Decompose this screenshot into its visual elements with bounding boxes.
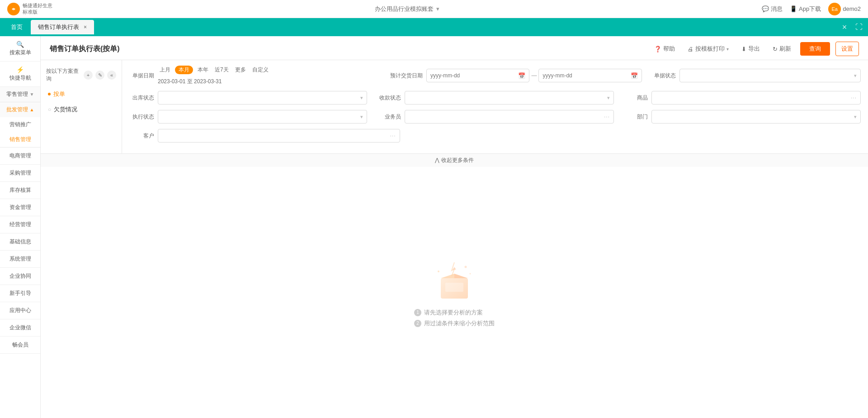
message-icon: 💬 (762, 5, 769, 12)
marketing-label: 营销推广 (9, 121, 31, 128)
tab-home[interactable]: 首页 (4, 20, 30, 34)
user-area[interactable]: Ea demo2 (828, 3, 861, 15)
help-button[interactable]: ❓ 帮助 (651, 43, 679, 55)
date-range-display: 2023-03-01 至 2023-03-31 (158, 78, 222, 86)
header-left: 畅捷通好生意 标准版 (7, 3, 52, 15)
refresh-button[interactable]: ↻ 刷新 (769, 43, 795, 55)
calendar-start-icon[interactable]: 📅 (518, 72, 525, 79)
collect-status-select[interactable]: ▾ (405, 91, 614, 104)
sidebar-subitem-sales[interactable]: 销售管理 (0, 132, 40, 147)
goods-input[interactable] (652, 91, 847, 104)
dqo-custom[interactable]: 自定义 (250, 66, 270, 74)
search-label: 搜索菜单 (9, 49, 31, 57)
sidebar-item-wholesale[interactable]: 批发管理 ▲ (0, 102, 40, 117)
exec-status-select[interactable]: ▾ (158, 110, 367, 124)
scheme-icon: ○ (48, 106, 51, 113)
customer-input-wrap[interactable]: ··· (158, 129, 400, 142)
filter-field-customer: 客户 ··· (129, 129, 400, 142)
dqo-this-year[interactable]: 本年 (196, 66, 210, 74)
filter-field-salesman: 业务员 ··· (376, 110, 614, 124)
sidebar-item-retail[interactable]: 零售管理 ▼ (0, 87, 40, 102)
expected-date-end-input[interactable] (542, 72, 628, 79)
print-button[interactable]: 🖨 按模板打印 ▾ (684, 43, 732, 55)
sidebar-item-guide[interactable]: 新手引导 (0, 285, 40, 302)
tab-close-icon[interactable]: × (84, 24, 87, 30)
add-scheme-icon[interactable]: + (84, 71, 93, 80)
logo-area: 畅捷通好生意 标准版 (7, 3, 52, 15)
calendar-end-icon[interactable]: 📅 (631, 72, 638, 79)
date-label: 单据日期 (129, 72, 154, 80)
empty-hints: 1 请先选择要分析的方案 2 用过滤条件来缩小分析范围 (414, 309, 495, 328)
sidebar-item-collab[interactable]: 企业协同 (0, 268, 40, 285)
header-dropdown-icon[interactable]: ▾ (436, 5, 439, 12)
tab-sales-order[interactable]: 销售订单执行表 × (31, 20, 94, 34)
salesman-input[interactable] (405, 110, 600, 123)
filter-panel-inner: 按以下方案查询 + ✎ « 按单 ○ 欠货情况 (41, 60, 868, 153)
status-select[interactable]: ▾ (679, 69, 861, 82)
filter-row-4: 客户 ··· (129, 129, 861, 142)
dqo-last-month[interactable]: 上月 (158, 66, 172, 74)
sidebar-item-search[interactable]: 🔍 搜索菜单 (0, 36, 40, 62)
expected-date-end[interactable]: 📅 (538, 69, 642, 82)
dqo-last-7[interactable]: 近7天 (213, 66, 231, 74)
filter-row-2: 出库状态 ▾ 收款状态 ▾ (129, 91, 861, 104)
sidebar-item-basic[interactable]: 基础信息 (0, 233, 40, 251)
member-label: 畅会员 (12, 341, 28, 349)
ship-status-select[interactable]: ▾ (158, 91, 367, 104)
customer-input[interactable] (158, 129, 387, 142)
sidebar-item-quicknav[interactable]: ⚡ 快捷导航 (0, 62, 40, 87)
edit-scheme-icon[interactable]: ✎ (95, 71, 104, 80)
collapse-bar[interactable]: ⋀ 收起更多条件 (41, 153, 868, 167)
system-label: 系统管理 (9, 255, 31, 263)
dqo-more[interactable]: 更多 (233, 66, 248, 74)
salesman-input-wrap[interactable]: ··· (405, 110, 614, 124)
settings-button[interactable]: 设置 (835, 42, 859, 56)
filter-field-dept: 部门 ▾ (623, 110, 861, 124)
goods-more-icon[interactable]: ··· (847, 95, 860, 101)
filter-field-collect: 收款状态 ▾ (376, 91, 614, 104)
sidebar-item-inventory[interactable]: 库存核算 (0, 182, 40, 199)
salesman-more-icon[interactable]: ··· (600, 114, 613, 120)
filter-panel: 按以下方案查询 + ✎ « 按单 ○ 欠货情况 (41, 60, 868, 167)
dqo-this-month[interactable]: 本月 (175, 66, 193, 74)
message-button[interactable]: 💬 消息 (762, 5, 783, 13)
collapse-scheme-icon[interactable]: « (107, 71, 116, 80)
scheme-item-by-order[interactable]: 按单 (41, 86, 122, 102)
filter-sidebar: 按以下方案查询 + ✎ « 按单 ○ 欠货情况 (41, 60, 122, 153)
status-chevron-icon: ▾ (854, 73, 857, 79)
sidebar-item-finance[interactable]: 资金管理 (0, 199, 40, 216)
dept-select[interactable]: ▾ (651, 110, 861, 124)
header-center[interactable]: 办公用品行业模拟账套 ▾ (375, 5, 439, 13)
filter-field-ship: 出库状态 ▾ (129, 91, 367, 104)
goods-label: 商品 (623, 94, 648, 102)
sidebar-item-purchase[interactable]: 采购管理 (0, 165, 40, 182)
purchase-label: 采购管理 (9, 169, 31, 177)
fullscreen-icon[interactable]: ⛶ (854, 22, 864, 33)
sidebar-item-system[interactable]: 系统管理 (0, 251, 40, 268)
svg-point-5 (465, 266, 467, 268)
salesman-label: 业务员 (376, 113, 401, 121)
sidebar-item-appstore[interactable]: 应用中心 (0, 302, 40, 319)
sidebar-subitem-marketing[interactable]: 营销推广 (0, 117, 40, 132)
nav-tabs-right: × ⛶ (839, 22, 864, 33)
active-tab-label: 销售订单执行表 (38, 23, 79, 31)
sidebar-item-wechat[interactable]: 企业微信 (0, 319, 40, 337)
exec-chevron-icon: ▾ (360, 114, 363, 120)
goods-input-wrap[interactable]: ··· (651, 91, 861, 104)
query-button[interactable]: 查询 (800, 42, 830, 56)
guide-label: 新手引导 (9, 290, 31, 297)
active-dot (48, 93, 51, 95)
sidebar-item-ecommerce[interactable]: 电商管理 (0, 147, 40, 165)
collapse-icon: ⋀ (435, 157, 439, 163)
customer-more-icon[interactable]: ··· (387, 133, 400, 139)
sidebar-item-operations[interactable]: 经营管理 (0, 216, 40, 233)
scheme-item-backorder[interactable]: ○ 欠货情况 (41, 102, 122, 117)
export-button[interactable]: ⬇ 导出 (738, 43, 764, 55)
sidebar-item-member[interactable]: 畅会员 (0, 337, 40, 354)
app-download-button[interactable]: 📱 App下载 (790, 5, 821, 13)
main-layout: 🔍 搜索菜单 ⚡ 快捷导航 零售管理 ▼ 批发管理 ▲ 营销推广 销售管理 (0, 36, 868, 418)
expected-date-start-input[interactable] (430, 72, 516, 79)
close-window-icon[interactable]: × (839, 22, 850, 33)
dept-label: 部门 (623, 113, 648, 121)
expected-date-start[interactable]: 📅 (426, 69, 529, 82)
